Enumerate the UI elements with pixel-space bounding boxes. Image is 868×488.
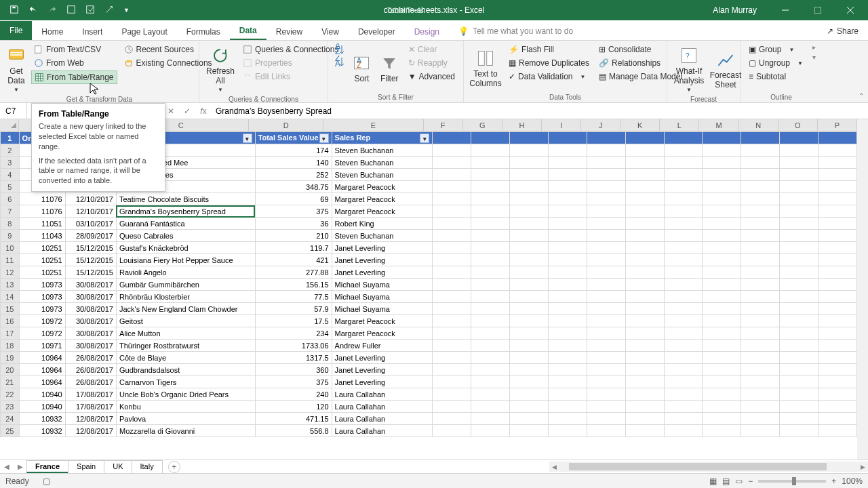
column-header[interactable]: E — [323, 119, 423, 131]
subtotal-button[interactable]: ≡Subtotal — [746, 70, 806, 83]
from-table-range-button[interactable]: From Table/Range — [31, 70, 117, 84]
save-icon[interactable] — [9, 5, 19, 16]
table-row[interactable]: 221094017/08/2017Uncle Bob's Organic Dri… — [1, 388, 857, 401]
column-header[interactable]: J — [581, 119, 620, 131]
table-row[interactable]: 101025115/12/2015Gustaf's Knäckebröd119.… — [1, 242, 857, 254]
show-detail-icon[interactable]: ▸ — [812, 43, 816, 51]
zoom-slider[interactable] — [758, 480, 826, 483]
tab-data[interactable]: Data — [230, 22, 267, 40]
ungroup-button[interactable]: ▢Ungroup ▼ — [746, 57, 806, 69]
share-button[interactable]: ↗ Share — [817, 22, 868, 40]
clear-filter-button[interactable]: ✕Clear — [406, 43, 458, 56]
queries-connections-button[interactable]: Queries & Connections — [240, 43, 341, 56]
tab-file[interactable]: File — [0, 21, 32, 40]
column-header[interactable]: L — [660, 119, 699, 131]
hide-detail-icon[interactable]: ▾ — [812, 54, 816, 61]
edit-links-button[interactable]: Edit Links — [240, 70, 341, 83]
column-header[interactable]: O — [778, 119, 818, 131]
table-row[interactable]: 151097330/08/2017Jack's New England Clam… — [1, 303, 857, 315]
collapse-ribbon-icon[interactable]: ⌃ — [859, 92, 864, 100]
table-row[interactable]: 161097230/08/2017Geitost17.5Margaret Pea… — [1, 315, 857, 327]
table-row[interactable]: 131097330/08/2017Gumbär Gummibärchen156.… — [1, 279, 857, 291]
add-sheet-button[interactable]: + — [168, 461, 180, 473]
sort-za-button[interactable]: ZA — [334, 56, 346, 68]
close-button[interactable] — [838, 0, 863, 20]
table-row[interactable]: 241093212/08/2017Pavlova471.15Laura Call… — [1, 413, 857, 425]
column-header[interactable]: G — [463, 119, 502, 131]
tell-me-search[interactable]: 💡 Tell me what you want to do — [449, 22, 583, 40]
user-name[interactable]: Alan Murray — [713, 5, 757, 15]
tab-formulas[interactable]: Formulas — [177, 23, 230, 40]
column-header[interactable]: M — [699, 119, 738, 131]
select-all-corner[interactable] — [0, 119, 19, 131]
formula-input[interactable]: Grandma's Boysenberry Spread — [212, 106, 336, 116]
tab-view[interactable]: View — [312, 23, 349, 40]
column-header[interactable]: P — [818, 119, 857, 131]
fx-icon[interactable]: fx — [195, 106, 212, 116]
text-to-columns-button[interactable]: Text to Columns — [469, 43, 502, 94]
undo-icon[interactable] — [28, 5, 38, 16]
table-row[interactable]: 201096426/08/2017Gudbrandsdalsost360Jane… — [1, 364, 857, 376]
column-header[interactable]: K — [620, 119, 660, 131]
table-row[interactable]: 71107612/10/2017Grandma's Boysenberry Sp… — [1, 205, 857, 218]
macro-record-icon[interactable]: ▢ — [43, 476, 50, 486]
group-button[interactable]: ▣Group ▼ — [746, 43, 806, 56]
column-header[interactable]: I — [542, 119, 581, 131]
column-header[interactable]: N — [739, 119, 778, 131]
from-text-csv-button[interactable]: From Text/CSV — [31, 43, 117, 56]
flash-fill-button[interactable]: ⚡Flash Fill — [506, 43, 592, 56]
column-header[interactable]: F — [424, 119, 463, 131]
table-row[interactable]: 81105103/10/2017Guaraná Fantástica36Robe… — [1, 218, 857, 230]
qat-more-icon[interactable]: ▼ — [123, 7, 130, 14]
tab-insert[interactable]: Insert — [73, 23, 112, 40]
properties-button[interactable]: Properties — [240, 57, 341, 69]
page-layout-view-icon[interactable]: ▤ — [722, 476, 730, 486]
table-row[interactable]: 211096426/08/2017Carnarvon Tigers375Jane… — [1, 376, 857, 388]
sheet-tab[interactable]: France — [26, 460, 68, 473]
tab-home[interactable]: Home — [32, 23, 73, 40]
qat-icon[interactable] — [66, 5, 76, 16]
table-row[interactable]: 231094017/08/2017Konbu120Laura Callahan — [1, 401, 857, 413]
column-header[interactable]: D — [249, 119, 323, 131]
sort-az-button[interactable]: AZ — [334, 43, 346, 56]
maximize-button[interactable] — [806, 0, 830, 20]
from-web-button[interactable]: From Web — [31, 57, 117, 69]
sheet-nav-next[interactable]: ▶ — [14, 463, 27, 470]
forecast-sheet-button[interactable]: Forecast Sheet — [709, 43, 742, 96]
refresh-all-button[interactable]: Refresh All▼ — [205, 43, 236, 96]
tab-developer[interactable]: Developer — [349, 23, 405, 40]
remove-duplicates-button[interactable]: ▦Remove Duplicates — [506, 57, 592, 69]
zoom-out-button[interactable]: − — [748, 476, 753, 486]
what-if-button[interactable]: ? What-If Analysis▼ — [673, 43, 705, 96]
redo-icon[interactable] — [47, 5, 57, 16]
table-row[interactable]: 61107612/10/2017Teatime Chocolate Biscui… — [1, 193, 857, 205]
name-box[interactable]: C7 — [0, 103, 27, 119]
zoom-in-button[interactable]: + — [831, 476, 836, 486]
tab-design[interactable]: Design — [405, 23, 449, 40]
page-break-view-icon[interactable]: ▭ — [735, 476, 743, 486]
sheet-nav-prev[interactable]: ◀ — [0, 463, 14, 470]
qat-icon[interactable] — [85, 5, 95, 16]
normal-view-icon[interactable]: ▦ — [709, 476, 717, 486]
vertical-scrollbar[interactable] — [857, 119, 868, 460]
table-row[interactable]: 91104328/09/2017Queso Cabrales210Steven … — [1, 230, 857, 242]
reapply-button[interactable]: ↻Reapply — [406, 57, 458, 69]
zoom-level[interactable]: 100% — [842, 476, 863, 486]
sheet-tab[interactable]: UK — [104, 460, 132, 473]
minimize-button[interactable] — [773, 0, 797, 20]
data-validation-button[interactable]: ✓Data Validation ▼ — [506, 70, 592, 83]
tab-page-layout[interactable]: Page Layout — [112, 23, 176, 40]
get-data-button[interactable]: Get Data▼ — [5, 43, 27, 96]
tab-review[interactable]: Review — [267, 23, 312, 40]
table-row[interactable]: 121025115/12/2015Ravioli Angelo277.88Jan… — [1, 266, 857, 279]
table-row[interactable]: 171097230/08/2017Alice Mutton234Margaret… — [1, 327, 857, 340]
enter-formula-icon[interactable]: ✓ — [179, 106, 195, 116]
table-row[interactable]: 251093212/08/2017Mozzarella di Giovanni5… — [1, 425, 857, 437]
table-row[interactable]: 191096426/08/2017Côte de Blaye1317.5Jane… — [1, 352, 857, 364]
qat-icon[interactable] — [104, 5, 114, 16]
table-row[interactable]: 141097330/08/2017Rhönbräu Klosterbier77.… — [1, 291, 857, 303]
sheet-tab[interactable]: Spain — [68, 460, 104, 473]
advanced-filter-button[interactable]: ▼Advanced — [406, 70, 458, 83]
sheet-tab[interactable]: Italy — [132, 460, 163, 473]
table-row[interactable]: 111025115/12/2015Louisiana Fiery Hot Pep… — [1, 254, 857, 266]
